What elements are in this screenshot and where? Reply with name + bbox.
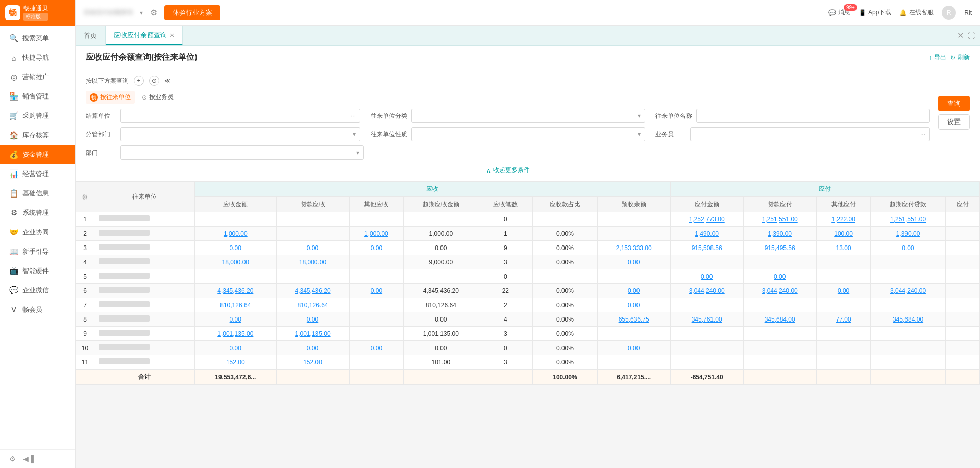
- footer-no: [76, 370, 94, 385]
- sidebar-item-guide[interactable]: 📖新手引导: [0, 242, 75, 261]
- filter-dept: 部门 ▾: [86, 145, 364, 160]
- filter-add-button[interactable]: +: [134, 76, 144, 86]
- sidebar-item-sales[interactable]: 🏪销售管理: [0, 87, 75, 106]
- th-ar-other: 其他应收: [349, 197, 404, 212]
- sidebar-item-quick[interactable]: ⌂快捷导航: [0, 48, 75, 67]
- filter-more-icon: ∧: [486, 167, 491, 174]
- schema-staff-option[interactable]: ⊙ 按业务员: [138, 91, 178, 104]
- filter-more-button[interactable]: ∧ 收起更多条件: [86, 164, 930, 177]
- footer-ar-ratio: 100.00%: [533, 370, 597, 385]
- export-icon: ↑: [929, 54, 932, 61]
- th-unit: 往来单位: [94, 182, 195, 212]
- main-content: 应收应付余额查询(按往来单位) ↑ 导出 ↻ 刷新 按以下方案查询 + ⊙ ≪: [76, 46, 980, 468]
- sidebar-label: 系统管理: [22, 208, 49, 217]
- user-avatar[interactable]: R: [942, 6, 956, 20]
- filter-settings-button[interactable]: ⊙: [149, 76, 159, 86]
- sidebar-item-wechat[interactable]: 💬企业微信: [0, 281, 75, 300]
- filter-salesman: 业务员 ···: [655, 127, 930, 141]
- sidebar-item-search[interactable]: 🔍搜索菜单: [0, 29, 75, 48]
- tab-close-icon[interactable]: ×: [170, 31, 174, 39]
- collab-icon: 🤝: [9, 228, 18, 237]
- sidebar-item-member[interactable]: Ⅴ畅会员: [0, 300, 75, 319]
- message-button[interactable]: 💬 消息 99+: [828, 8, 850, 17]
- filter-top: 按以下方案查询 + ⊙ ≪: [86, 76, 930, 86]
- table-row: 418,000.0018,000.009,000.0030.00%0.00: [76, 255, 980, 269]
- filter-unit-category: 往来单位分类 ▾: [371, 109, 645, 123]
- sidebar-item-purchase[interactable]: 🛒采购管理: [0, 106, 75, 126]
- settlement-input[interactable]: ···: [120, 109, 360, 123]
- query-button[interactable]: 查询: [938, 96, 970, 111]
- sidebar-label: 库存核算: [22, 131, 49, 140]
- sidebar-settings-icon[interactable]: ⚙: [9, 455, 16, 463]
- unit-category-arrow-icon: ▾: [638, 112, 641, 119]
- filter-collapse-button[interactable]: ≪: [164, 77, 171, 84]
- dept-manage-arrow-icon: ▾: [353, 131, 356, 138]
- table-row: 7810,126.64810,126.64810,126.6420.00%0.0…: [76, 298, 980, 312]
- dept-manage-input[interactable]: ▾: [120, 127, 360, 141]
- sales-icon: 🏪: [9, 92, 18, 101]
- search-icon: 🔍: [9, 34, 18, 43]
- logo-text: 畅捷通贝 标准版: [23, 5, 48, 21]
- table-row: 101,252,773.001,251,551.001,222.001,251,…: [76, 212, 980, 227]
- refresh-button[interactable]: ↻ 刷新: [950, 53, 970, 62]
- table-area[interactable]: ⚙ 往来单位 应收 应付 应收金额 贷款应收 其他应收 超期应收金额 应收笔数 …: [76, 181, 980, 468]
- system-icon: ⚙: [9, 208, 18, 217]
- footer-ar-prepay: 6,417,215....: [597, 370, 670, 385]
- th-ar-prepay: 预收余额: [597, 197, 670, 212]
- filter-row-2: 分管部门 ▾ 往来单位性质 ▾ 业务员: [86, 127, 930, 141]
- sidebar-item-finance[interactable]: 💰资金管理: [0, 145, 75, 164]
- header-breadcrumb: 应收应付余额查询: [84, 8, 133, 17]
- tab-arbalance[interactable]: 应收应付余额查询 ×: [106, 26, 183, 45]
- sidebar-item-inventory[interactable]: 🏠库存核算: [0, 126, 75, 145]
- unit-category-input[interactable]: ▾: [411, 109, 645, 123]
- sidebar-label: 采购管理: [22, 111, 49, 120]
- tab-bar-expand-icon[interactable]: ⛶: [968, 32, 975, 40]
- sidebar-logo: 畅 畅捷通贝 标准版: [0, 0, 75, 26]
- schema-unit-option[interactable]: 畅 按往来单位: [86, 91, 135, 104]
- header-right: 💬 消息 99+ 📱 App下载 🔔 在线客服 R Rit: [828, 6, 972, 20]
- unit-nature-arrow-icon: ▾: [638, 131, 641, 138]
- app-download-button[interactable]: 📱 App下载: [859, 8, 891, 17]
- hardware-icon: 📺: [9, 266, 18, 276]
- tab-home[interactable]: 首页: [76, 26, 106, 45]
- dept-input[interactable]: ▾: [120, 145, 364, 160]
- unit-name-input[interactable]: [696, 109, 930, 123]
- service-button[interactable]: 🔔 在线客服: [899, 8, 934, 17]
- sidebar-item-business[interactable]: 📊经营管理: [0, 164, 75, 184]
- th-ap-other: 其他应付: [816, 197, 871, 212]
- sidebar-item-marketing[interactable]: ◎营销推广: [0, 67, 75, 87]
- username-label[interactable]: Rit: [964, 9, 972, 16]
- unit-name-label: 往来单位名称: [655, 112, 692, 120]
- sidebar-item-basic[interactable]: 📋基础信息: [0, 184, 75, 203]
- salesman-input[interactable]: ···: [690, 127, 930, 141]
- footer-ar-other: [349, 370, 404, 385]
- sidebar-collapse-icon[interactable]: ◀▐: [23, 455, 34, 463]
- table-settings-icon[interactable]: ⚙: [82, 193, 88, 201]
- solution-button[interactable]: 体验行业方案: [164, 5, 220, 20]
- table-row: 91,001,135.001,001,135.001,001,135.0030.…: [76, 327, 980, 341]
- footer-ap-overdue: [871, 370, 945, 385]
- sidebar-label: 畅会员: [22, 305, 42, 314]
- export-button[interactable]: ↑ 导出: [929, 53, 946, 62]
- page-title: 应收应付余额查询(按往来单位): [86, 52, 198, 63]
- table-settings-button[interactable]: 设置: [938, 114, 970, 130]
- header-arrow-icon: ▾: [140, 9, 143, 16]
- footer-label: 合计: [94, 370, 195, 385]
- salesman-label: 业务员: [655, 130, 686, 139]
- wechat-icon: 💬: [9, 286, 18, 295]
- th-ar-ratio: 应收款占比: [533, 197, 597, 212]
- th-settings[interactable]: ⚙: [76, 182, 94, 212]
- sidebar-label: 快捷导航: [22, 53, 49, 62]
- dept-arrow-icon: ▾: [356, 149, 359, 156]
- filter-row-1: 结算单位 ··· 往来单位分类 ▾ 往来单位: [86, 109, 930, 123]
- home-icon: ⌂: [9, 54, 18, 62]
- basic-icon: 📋: [9, 189, 18, 198]
- sidebar-label: 搜索菜单: [22, 34, 49, 43]
- sidebar-item-system[interactable]: ⚙系统管理: [0, 203, 75, 223]
- tab-bar-close-icon[interactable]: ✕: [957, 31, 964, 40]
- sidebar-item-hardware[interactable]: 📺智能硬件: [0, 261, 75, 281]
- sidebar-item-collab[interactable]: 🤝企业协同: [0, 223, 75, 242]
- unit-nature-input[interactable]: ▾: [411, 127, 645, 141]
- header-gear-icon[interactable]: ⚙: [150, 8, 157, 17]
- table-footer-row: 合计 19,553,472,6... 100.00% 6,417,215....…: [76, 370, 980, 385]
